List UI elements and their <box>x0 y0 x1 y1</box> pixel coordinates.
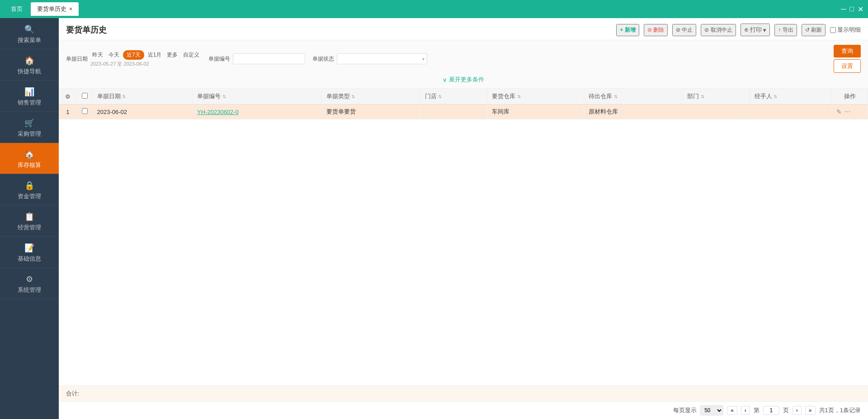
th-req-warehouse[interactable]: 要货仓库 ⇅ <box>487 89 584 105</box>
th-handler[interactable]: 经手人 ⇅ <box>750 89 831 105</box>
tab-home[interactable]: 首页 <box>5 2 29 16</box>
shortcut-more[interactable]: 更多 <box>165 50 179 60</box>
cancel-stop-button[interactable]: ⊘ 取消中止 <box>701 24 736 36</box>
status-label: 单据状态 <box>312 55 334 63</box>
th-store[interactable]: 门店 ⇅ <box>420 89 487 105</box>
settings-button[interactable]: 设置 <box>834 59 861 73</box>
inventory-icon: 🏠 <box>24 149 34 159</box>
shortcut-1month[interactable]: 近1月 <box>146 50 164 60</box>
doc-number-input[interactable] <box>233 53 305 64</box>
date-filter-group: 单据日期 昨天 今天 近7天 近1月 更多 自定义 2023-05-27 至 2… <box>66 50 201 67</box>
th-number[interactable]: 单据编号 ⇅ <box>193 89 322 105</box>
page-size-select[interactable]: 50 10 20 100 <box>700 405 723 415</box>
show-detail-checkbox-wrapper[interactable]: 显示明细 <box>830 26 861 34</box>
page-number-input[interactable] <box>763 406 779 415</box>
content-area: 要货单历史 + 新增 ⊘ 删除 ⊘ 中止 ⊘ 取消中止 ⊕ 打印 ▾ ↑ 导出 … <box>59 18 868 419</box>
th-type[interactable]: 单据类型 ⇅ <box>321 89 420 105</box>
prev-page-button[interactable]: ‹ <box>741 406 750 415</box>
th-department[interactable]: 部门 ⇅ <box>683 89 750 105</box>
date-range-text: 2023-05-27 至 2023-06-02 <box>90 61 201 67</box>
refresh-button[interactable]: ↺ 刷新 <box>802 24 826 36</box>
finance-icon: 🔒 <box>24 181 34 190</box>
th-date[interactable]: 单据日期 ⇅ <box>92 89 193 105</box>
page-size-label: 每页显示 <box>673 406 697 414</box>
sort-store-icon: ⇅ <box>438 94 442 99</box>
sidebar-label-finance: 资金管理 <box>18 192 41 200</box>
shortcut-custom[interactable]: 自定义 <box>181 50 201 60</box>
sidebar-item-inventory[interactable]: 🏠 库存核算 <box>0 143 59 174</box>
select-all-checkbox[interactable] <box>82 93 88 99</box>
query-button[interactable]: 查询 <box>834 45 861 57</box>
first-page-button[interactable]: « <box>727 406 737 415</box>
stop-button[interactable]: ⊘ 中止 <box>672 24 696 36</box>
doc-number-link[interactable]: YH-20230602-0 <box>197 109 239 115</box>
tab-requisition-history[interactable]: 要货单历史 × <box>31 2 79 16</box>
td-num: 1 <box>59 105 77 119</box>
sidebar-item-purchase[interactable]: 🛒 采购管理 <box>0 112 59 143</box>
shortcut-yesterday[interactable]: 昨天 <box>90 50 105 60</box>
sidebar-label-sales: 销售管理 <box>18 99 41 107</box>
toolbar: + 新增 ⊘ 删除 ⊘ 中止 ⊘ 取消中止 ⊕ 打印 ▾ ↑ 导出 ↺ 刷新 显… <box>616 24 861 36</box>
print-button[interactable]: ⊕ 打印 ▾ <box>741 24 770 36</box>
close-tab-icon[interactable]: × <box>69 6 72 12</box>
top-bar: 首页 要货单历史 × ─ □ ✕ <box>0 0 868 18</box>
sidebar-item-finance[interactable]: 🔒 资金管理 <box>0 174 59 205</box>
sidebar-item-basic[interactable]: 📝 基础信息 <box>0 237 59 268</box>
sidebar-item-system[interactable]: ⚙ 系统管理 <box>0 268 59 299</box>
status-select-wrapper <box>337 53 427 64</box>
sort-date-icon: ⇅ <box>122 94 126 99</box>
sidebar-item-search[interactable]: 🔍 搜索菜单 <box>0 18 59 49</box>
th-department-label: 部门 <box>687 93 699 100</box>
maximize-icon[interactable]: □ <box>849 5 854 13</box>
date-shortcuts: 昨天 今天 近7天 近1月 更多 自定义 2023-05-27 至 2023-0… <box>90 50 201 67</box>
th-pending-warehouse-label: 待出仓库 <box>589 93 612 100</box>
th-req-warehouse-label: 要货仓库 <box>492 93 515 100</box>
tab-list: 首页 要货单历史 × <box>5 2 841 16</box>
sidebar-item-nav[interactable]: 🏠 快捷导航 <box>0 49 59 81</box>
row-checkbox[interactable] <box>82 108 88 114</box>
footer-summary: 合计: <box>59 386 868 401</box>
next-page-button[interactable]: › <box>793 406 802 415</box>
td-store <box>420 105 487 119</box>
export-button[interactable]: ↑ 导出 <box>774 24 797 36</box>
sidebar-label-system: 系统管理 <box>18 286 41 294</box>
show-detail-label: 显示明细 <box>837 26 861 34</box>
sidebar-label-inventory: 库存核算 <box>18 161 41 169</box>
more-icon[interactable]: ⋯ <box>844 108 851 115</box>
operations-icon: 📋 <box>24 212 34 222</box>
sort-number-icon: ⇅ <box>222 94 226 99</box>
page-header: 要货单历史 + 新增 ⊘ 删除 ⊘ 中止 ⊘ 取消中止 ⊕ 打印 ▾ ↑ 导出 … <box>59 18 868 40</box>
sidebar-item-operations[interactable]: 📋 经营管理 <box>0 205 59 237</box>
last-page-button[interactable]: » <box>805 406 816 415</box>
sidebar: 🔍 搜索菜单 🏠 快捷导航 📊 销售管理 🛒 采购管理 🏠 库存核算 🔒 资金管… <box>0 18 59 419</box>
th-settings[interactable]: ⚙ <box>59 89 77 105</box>
th-handler-label: 经手人 <box>755 93 772 100</box>
th-pending-warehouse[interactable]: 待出仓库 ⇅ <box>584 89 683 105</box>
shortcut-7days[interactable]: 近7天 <box>123 50 144 60</box>
doc-number-label: 单据编号 <box>208 55 230 63</box>
status-select[interactable] <box>337 53 427 64</box>
sales-icon: 📊 <box>24 87 34 97</box>
minimize-icon[interactable]: ─ <box>841 5 846 13</box>
window-controls: ─ □ ✕ <box>841 5 863 14</box>
window-close-icon[interactable]: ✕ <box>858 5 863 14</box>
edit-icon[interactable]: ✎ <box>836 108 842 115</box>
sidebar-item-sales[interactable]: 📊 销售管理 <box>0 81 59 112</box>
sort-handler-icon: ⇅ <box>774 94 777 99</box>
expand-label: 展开更多条件 <box>449 76 484 84</box>
show-detail-checkbox[interactable] <box>830 27 836 33</box>
new-button[interactable]: + 新增 <box>616 24 639 36</box>
total-info: 共1页，1条记录 <box>819 406 861 414</box>
expand-more[interactable]: ∨ 展开更多条件 <box>66 76 861 84</box>
td-pending-warehouse: 原材料仓库 <box>584 105 683 119</box>
purchase-icon: 🛒 <box>24 118 34 128</box>
sidebar-label-search: 搜索菜单 <box>18 36 41 44</box>
shortcut-today[interactable]: 今天 <box>107 50 121 60</box>
main-layout: 🔍 搜索菜单 🏠 快捷导航 📊 销售管理 🛒 采购管理 🏠 库存核算 🔒 资金管… <box>0 18 868 419</box>
th-actions-label: 操作 <box>844 93 856 100</box>
expand-chevron-icon: ∨ <box>443 76 447 83</box>
print-label: ⊕ 打印 <box>744 26 762 34</box>
table-row: 1 2023-06-02 YH-20230602-0 要货单要货 车间库 原材料… <box>59 105 868 119</box>
delete-button[interactable]: ⊘ 删除 <box>644 24 668 36</box>
tab-home-label: 首页 <box>11 5 23 13</box>
